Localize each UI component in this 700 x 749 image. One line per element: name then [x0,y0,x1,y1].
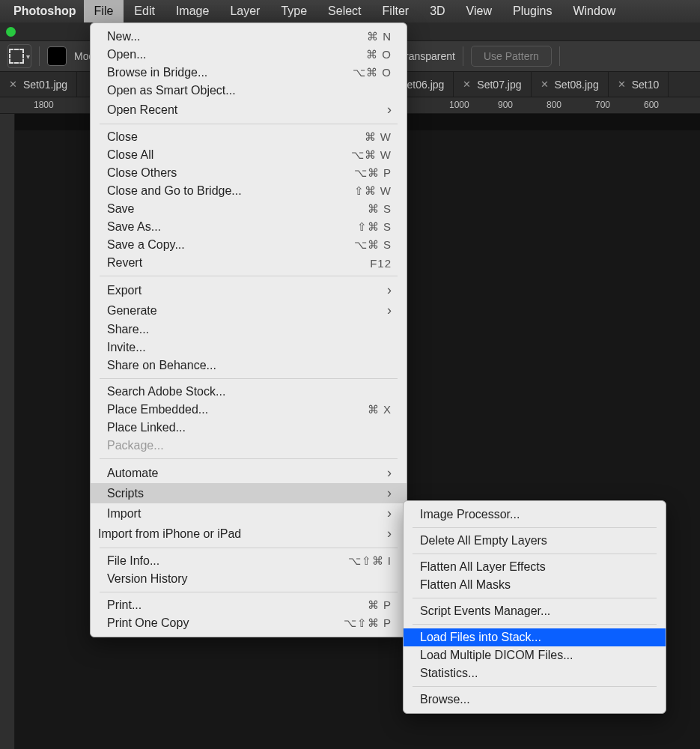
scripts-menu-item[interactable]: Script Events Manager... [404,602,666,620]
file-menu-item[interactable]: Close Others⌥⌘ P [91,164,407,182]
foreground-swatch[interactable] [47,46,67,66]
menu-filter[interactable]: Filter [372,0,420,22]
menu-item-label: Save [107,202,134,216]
tab-label: Set10 [632,79,660,91]
file-menu-item[interactable]: Version History [91,570,407,588]
shortcut-label: ⌘ P [368,598,392,612]
menu-plugins[interactable]: Plugins [502,0,562,22]
file-menu-item[interactable]: New...⌘ N [91,28,407,46]
scripts-menu-item[interactable]: Browse... [404,691,666,709]
file-menu-item: Package... [91,437,407,455]
menu-separator [100,124,398,124]
menu-item-label: Open as Smart Object... [107,84,236,97]
menu-item-label: Print One Copy [107,616,189,630]
file-menu-item[interactable]: Save⌘ S [91,200,407,218]
transparent-label: Transparent [399,50,455,62]
shortcut-label: ⌘ X [368,403,392,416]
file-menu-item[interactable]: File Info...⌥⇧⌘ I [91,552,407,570]
menu-item-label: Share on Behance... [107,359,216,372]
document-tab[interactable]: ✕Set10 [609,72,669,97]
file-menu-item[interactable]: Share... [91,321,407,339]
scripts-menu-item[interactable]: Image Processor... [404,506,666,524]
menu-separator [100,378,398,379]
file-menu-item[interactable]: Save a Copy...⌥⌘ S [91,236,407,254]
scripts-submenu: Image Processor...Delete All Empty Layer… [403,500,666,714]
menu-item-label: Delete All Empty Layers [420,534,547,548]
file-menu-item[interactable]: Open Recent [91,100,407,120]
menu-separator [100,276,398,276]
file-menu-item[interactable]: Automate [91,463,407,483]
file-menu-item[interactable]: Open as Smart Object... [91,82,407,100]
scripts-menu-item[interactable]: Load Multiple DICOM Files... [404,646,666,664]
ruler-tick: 600 [644,100,659,110]
file-menu-item[interactable]: Import from iPhone or iPad [91,524,407,544]
close-icon[interactable]: ✕ [9,79,17,90]
file-menu-item[interactable]: Export [91,280,407,300]
marquee-tool-icon[interactable]: ▾ [7,44,31,68]
menu-edit[interactable]: Edit [124,0,165,22]
file-menu-item[interactable]: Scripts [91,483,407,503]
menu-item-label: Browse... [420,693,470,706]
tab-label: Set08.jpg [555,79,599,91]
close-icon[interactable]: ✕ [618,79,626,90]
menu-item-label: Print... [107,598,141,612]
file-menu-item[interactable]: Print One Copy⌥⇧⌘ P [91,614,407,632]
menu-layer[interactable]: Layer [219,0,270,22]
file-menu-item[interactable]: Invite... [91,339,407,357]
menu-item-label: Invite... [107,341,146,354]
menu-separator [100,548,398,548]
menu-image[interactable]: Image [165,0,219,22]
menu-view[interactable]: View [456,0,502,22]
menu-item-label: Import from iPhone or iPad [98,527,241,541]
menu-item-label: Save a Copy... [107,238,185,252]
scripts-menu-item[interactable]: Flatten All Masks [404,576,666,594]
chevron-down-icon: ▾ [26,52,30,61]
scripts-menu-item[interactable]: Statistics... [404,664,666,682]
file-menu-item[interactable]: RevertF12 [91,254,407,272]
menu-item-label: Search Adobe Stock... [107,385,225,398]
file-menu-item[interactable]: Search Adobe Stock... [91,383,407,401]
ruler-tick: 700 [595,100,610,110]
shortcut-label: ⌥⌘ O [353,66,392,79]
menu-separator [413,554,657,554]
menu-select[interactable]: Select [317,0,371,22]
menu-separator [413,686,657,687]
scripts-menu-item[interactable]: Delete All Empty Layers [404,532,666,550]
file-menu-item[interactable]: Share on Behance... [91,357,407,374]
scripts-menu-item[interactable]: Load Files into Stack... [404,628,666,646]
menu-3d[interactable]: 3D [419,0,455,22]
file-menu-item[interactable]: Close⌘ W [91,128,407,146]
close-icon[interactable]: ✕ [463,79,471,90]
vertical-ruler [0,114,15,749]
menu-item-label: Open... [107,48,146,61]
menu-item-label: Place Linked... [107,421,186,434]
file-menu-item[interactable]: Import [91,503,407,524]
document-tab[interactable]: ✕Set01.jpg [0,72,77,97]
traffic-light-green[interactable] [6,27,16,37]
file-menu-item[interactable]: Browse in Bridge...⌥⌘ O [91,64,407,82]
menu-window[interactable]: Window [562,0,626,22]
document-tab[interactable]: ✕Set07.jpg [454,72,531,97]
scripts-menu-item[interactable]: Flatten All Layer Effects [404,558,666,576]
menu-item-label: Scripts [107,487,144,500]
close-icon[interactable]: ✕ [541,79,549,90]
file-menu-item[interactable]: Place Embedded...⌘ X [91,401,407,419]
menu-type[interactable]: Type [270,0,317,22]
file-menu-item[interactable]: Close and Go to Bridge...⇧⌘ W [91,182,407,200]
file-menu-item[interactable]: Generate [91,300,407,321]
shortcut-label: ⌘ S [368,202,392,216]
document-tab[interactable]: ✕Set08.jpg [532,72,609,97]
menu-item-label: Browse in Bridge... [107,66,207,79]
file-menu-item[interactable]: Close All⌥⌘ W [91,146,407,164]
menu-file[interactable]: File [84,0,124,22]
file-menu-item[interactable]: Place Linked... [91,419,407,437]
use-pattern-button[interactable]: Use Pattern [471,46,552,67]
menu-item-label: Image Processor... [420,508,520,521]
file-menu-item[interactable]: Print...⌘ P [91,596,407,614]
menu-item-label: Open Recent [107,103,177,117]
menu-item-label: Automate [107,467,158,480]
ruler-tick: 1800 [34,100,54,110]
menu-item-label: New... [107,30,140,43]
file-menu-item[interactable]: Open...⌘ O [91,46,407,64]
file-menu-item[interactable]: Save As...⇧⌘ S [91,218,407,236]
